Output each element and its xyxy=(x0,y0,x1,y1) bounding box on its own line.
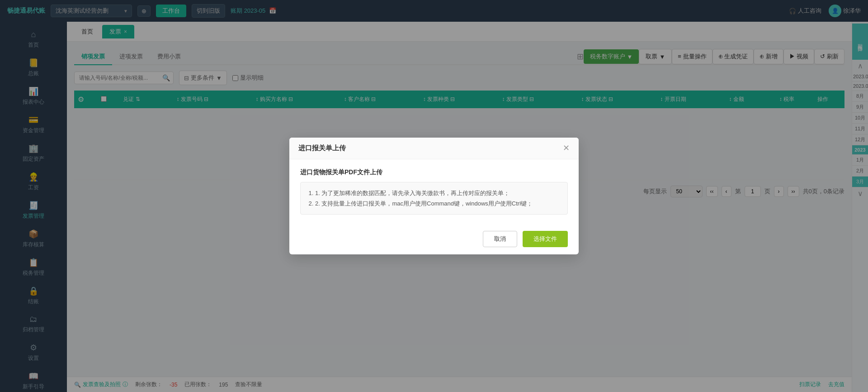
modal-title: 进口报关单上传 xyxy=(298,144,346,153)
modal-section-title: 进口货物报关单PDF文件上传 xyxy=(300,168,568,177)
import-modal: 进口报关单上传 ✕ 进口货物报关单PDF文件上传 1. 为了更加稀准的数据匹配，… xyxy=(289,138,579,255)
modal-info-box: 1. 为了更加稀准的数据匹配，请先录入海关缴款书，再上传对应的报关单； 2. 支… xyxy=(300,182,568,215)
instruction-2: 2. 支持批量上传进口报关单，mac用户使用Command键，windows用户… xyxy=(315,198,560,209)
modal-footer: 取消 选择文件 xyxy=(289,224,579,254)
modal-overlay[interactable]: 进口报关单上传 ✕ 进口货物报关单PDF文件上传 1. 为了更加稀准的数据匹配，… xyxy=(0,0,868,392)
modal-close-button[interactable]: ✕ xyxy=(563,144,570,152)
modal-body: 进口货物报关单PDF文件上传 1. 为了更加稀准的数据匹配，请先录入海关缴款书，… xyxy=(289,159,579,224)
modal-cancel-button[interactable]: 取消 xyxy=(483,231,517,247)
modal-select-button[interactable]: 选择文件 xyxy=(523,231,568,247)
modal-header: 进口报关单上传 ✕ xyxy=(289,138,579,159)
instruction-1: 1. 为了更加稀准的数据匹配，请先录入海关缴款书，再上传对应的报关单； xyxy=(315,188,560,198)
